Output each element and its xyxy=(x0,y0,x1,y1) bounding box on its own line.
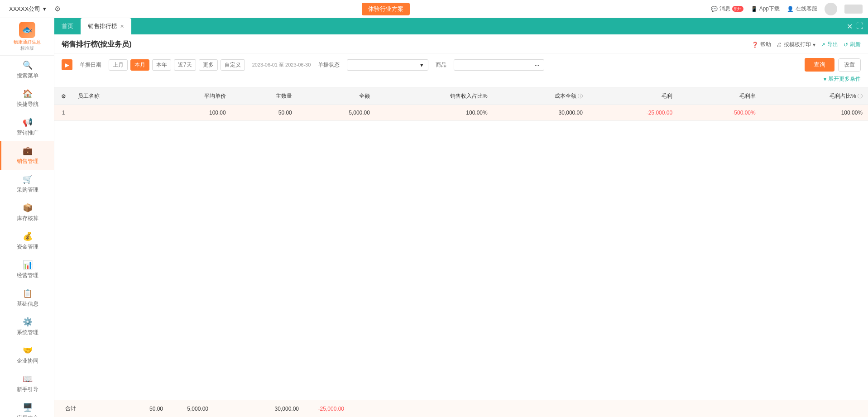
online-service-item[interactable]: 👤 在线客服 xyxy=(787,5,817,13)
table-container: ⚙ 员工名称 平均单价 主数量 全额 销售收入占比% 成本全额 ⓘ 毛利 毛利率… xyxy=(54,88,868,400)
sidebar-item-nav[interactable]: 🏠 快捷导航 xyxy=(0,84,54,113)
app-download-item[interactable]: 📱 App下载 xyxy=(751,5,780,13)
date-btn-custom[interactable]: 自定义 xyxy=(221,59,245,71)
filter-area: ▶ 单据日期 上月 本月 本年 近7天 更多 自定义 2023-06-01 至 … xyxy=(54,53,868,88)
sidebar-item-sales[interactable]: 💼 销售管理 xyxy=(0,141,54,170)
logo-area[interactable]: 🐟 畅康通好生意 标准版 xyxy=(0,18,54,56)
footer-main-qty: 50.00 xyxy=(132,406,168,412)
user-name-area[interactable] xyxy=(844,5,863,14)
cell-avg-price: 100.00 xyxy=(152,105,231,121)
sidebar-item-label: 搜索菜单 xyxy=(17,72,38,80)
finance-icon: 💰 xyxy=(23,231,33,241)
export-label: 导出 xyxy=(827,41,838,48)
sidebar-item-apps[interactable]: 🖥️ 应用中心 xyxy=(0,398,54,417)
sidebar-item-label: 资金管理 xyxy=(17,243,38,251)
footer-cost: 30,000.00 xyxy=(259,406,304,412)
cell-cost: 30,000.00 xyxy=(493,105,588,121)
sidebar-item-marketing[interactable]: 📢 营销推广 xyxy=(0,113,54,141)
refresh-button[interactable]: ↺ 刷新 xyxy=(844,41,861,48)
tab-close-icon[interactable]: ✕ xyxy=(120,24,124,29)
enterprise-icon: 🤝 xyxy=(23,345,33,355)
dropdown-icon: ▾ xyxy=(43,5,46,12)
app-icon: 📱 xyxy=(751,6,758,12)
cell-gross: -25,000.00 xyxy=(588,105,678,121)
tab-bar: 首页 销售排行榜 ✕ ✕ ⛶ xyxy=(54,18,868,34)
sidebar-item-label: 系统管理 xyxy=(17,329,38,336)
goods-filter-label: 商品 xyxy=(436,61,446,69)
col-name: 员工名称 xyxy=(72,88,152,105)
sidebar-item-purchase[interactable]: 🛒 采购管理 xyxy=(0,170,54,198)
date-btn-current-year[interactable]: 本年 xyxy=(152,59,171,71)
tab-close-all-icon[interactable]: ✕ xyxy=(847,22,853,31)
online-service-label: 在线客服 xyxy=(796,5,817,13)
sidebar-item-management[interactable]: 📊 经营管理 xyxy=(0,255,54,284)
sidebar-item-system[interactable]: ⚙️ 系统管理 xyxy=(0,312,54,341)
management-icon: 📊 xyxy=(23,260,33,270)
message-icon: 💬 xyxy=(711,6,718,12)
cell-name xyxy=(72,105,152,121)
filter-arrow-icon: ▶ xyxy=(65,62,69,68)
sidebar: 🐟 畅康通好生意 标准版 🔍 搜索菜单 🏠 快捷导航 📢 营销推广 💼 销售管理… xyxy=(0,18,54,417)
tab-maximize-icon[interactable]: ⛶ xyxy=(856,22,863,30)
status-filter-label: 单据状态 xyxy=(318,61,340,69)
date-filter: 上月 本月 本年 近7天 更多 自定义 xyxy=(109,59,245,71)
filter-arrow-btn[interactable]: ▶ xyxy=(62,59,72,70)
help-button[interactable]: ❓ 帮助 xyxy=(752,41,771,48)
tab-home[interactable]: 首页 xyxy=(54,18,81,34)
top-bar-right: 💬 消息 99+ 📱 App下载 👤 在线客服 xyxy=(711,3,863,15)
gear-icon[interactable]: ⚙ xyxy=(54,5,61,13)
print-button[interactable]: 🖨 按模板打印 ▾ xyxy=(777,41,815,48)
table-header-row: ⚙ 员工名称 平均单价 主数量 全额 销售收入占比% 成本全额 ⓘ 毛利 毛利率… xyxy=(54,88,868,105)
purchase-icon: 🛒 xyxy=(23,174,33,184)
query-button[interactable]: 查询 xyxy=(805,58,834,72)
print-label: 按模板打印 xyxy=(784,41,811,48)
date-btn-current-month[interactable]: 本月 xyxy=(130,59,149,71)
cell-index: 1 xyxy=(54,105,72,121)
goods-select[interactable]: ··· xyxy=(454,59,544,71)
date-btn-7days[interactable]: 近7天 xyxy=(174,59,196,71)
footer-gross: -25,000.00 xyxy=(304,406,350,412)
status-select[interactable]: ▾ xyxy=(347,59,428,71)
col-gross-rate: 毛利率 xyxy=(678,88,761,105)
footer-sales-pct xyxy=(214,406,259,412)
settings-button[interactable]: 设置 xyxy=(838,58,861,72)
avatar[interactable] xyxy=(825,3,837,15)
cost-info-icon[interactable]: ⓘ xyxy=(578,93,583,99)
export-button[interactable]: ↗ 导出 xyxy=(821,41,838,48)
col-total: 全额 xyxy=(297,88,375,105)
tab-home-label: 首页 xyxy=(62,22,73,30)
guide-icon: 📖 xyxy=(23,374,33,384)
message-badge: 99+ xyxy=(732,6,743,12)
sidebar-item-guide[interactable]: 📖 新手引导 xyxy=(0,369,54,398)
search-icon: 🔍 xyxy=(23,60,33,70)
tab-sales-ranking-label: 销售排行榜 xyxy=(88,22,117,30)
logo-tag: 标准版 xyxy=(20,45,34,52)
sidebar-item-inventory[interactable]: 📦 库存核算 xyxy=(0,198,54,227)
logo-name: 畅康通好生意 xyxy=(14,39,41,45)
expand-conditions-btn[interactable]: ▾ 展开更多条件 xyxy=(824,75,861,83)
date-range-text: 2023-06-01 至 2023-06-30 xyxy=(252,62,311,68)
sidebar-item-label: 库存核算 xyxy=(17,215,38,222)
gross-pct-info-icon[interactable]: ⓘ xyxy=(858,93,863,99)
page-content: 销售排行榜(按业务员) ❓ 帮助 🖨 按模板打印 ▾ ↗ 导出 xyxy=(54,34,868,417)
trial-button[interactable]: 体验行业方案 xyxy=(362,3,410,15)
sidebar-item-enterprise[interactable]: 🤝 企业协同 xyxy=(0,341,54,369)
help-label: 帮助 xyxy=(760,41,771,48)
sidebar-item-basic[interactable]: 📋 基础信息 xyxy=(0,284,54,312)
inventory-icon: 📦 xyxy=(23,203,33,213)
tab-sales-ranking[interactable]: 销售排行榜 ✕ xyxy=(81,18,131,34)
col-gross-pct: 毛利占比% ⓘ xyxy=(761,88,868,105)
help-icon: ❓ xyxy=(752,42,758,48)
sidebar-item-label: 经营管理 xyxy=(17,272,38,279)
col-cost: 成本全额 ⓘ xyxy=(493,88,588,105)
date-btn-prev-month[interactable]: 上月 xyxy=(109,59,128,71)
company-selector[interactable]: XXXXX公司 ▾ xyxy=(5,3,50,15)
col-settings[interactable]: ⚙ xyxy=(54,88,72,105)
marketing-icon: 📢 xyxy=(23,117,33,127)
message-item[interactable]: 💬 消息 99+ xyxy=(711,5,743,13)
sidebar-item-finance[interactable]: 💰 资金管理 xyxy=(0,227,54,255)
refresh-icon: ↺ xyxy=(844,42,848,48)
date-btn-more[interactable]: 更多 xyxy=(199,59,218,71)
sidebar-item-search[interactable]: 🔍 搜索菜单 xyxy=(0,56,54,84)
data-table: ⚙ 员工名称 平均单价 主数量 全额 销售收入占比% 成本全额 ⓘ 毛利 毛利率… xyxy=(54,88,868,121)
